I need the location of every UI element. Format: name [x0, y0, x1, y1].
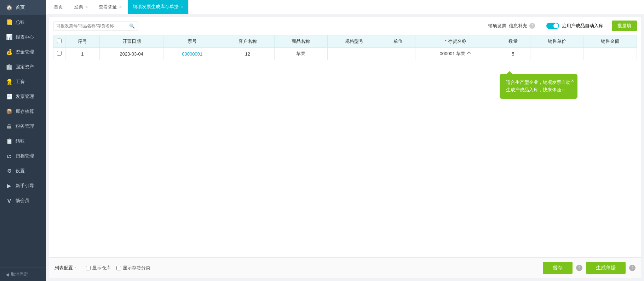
- sidebar-item-label: 固定资产: [16, 64, 34, 70]
- data-table: 序号 开票日期 票号 客户名称 商品名称 规格型号 单位 存货名称 数量 销售单…: [53, 35, 637, 60]
- row-inventory: 000001 苹果 个: [415, 48, 496, 60]
- row-seq: 1: [65, 48, 100, 60]
- table-container: 序号 开票日期 票号 客户名称 商品名称 规格型号 单位 存货名称 数量 销售单…: [49, 35, 641, 257]
- tooltip-bubble: × 适合生产型企业，销项发票自动生成产成品入库，快来体验～: [500, 74, 577, 99]
- guide-icon: ▶: [6, 183, 13, 189]
- tab-cancel-invoice[interactable]: 销项发票生成库存单据 ×: [128, 0, 189, 14]
- funds-icon: 💰: [6, 49, 13, 55]
- th-qty: 数量: [496, 35, 530, 48]
- bottom-actions: 暂存 ? 生成单据 ?: [543, 262, 636, 274]
- row-checkbox-cell: [53, 48, 65, 60]
- sidebar-item-report[interactable]: 📊 报表中心: [0, 30, 46, 45]
- sidebar-item-label: 总账: [16, 19, 25, 25]
- pin-label: 取消固定: [11, 271, 28, 277]
- show-warehouse-label[interactable]: 显示仓库: [86, 265, 111, 271]
- row-qty: 5: [496, 48, 530, 60]
- show-category-checkbox[interactable]: [116, 266, 121, 270]
- sidebar-item-fixed-assets[interactable]: 🏢 固定资产: [0, 59, 46, 74]
- tab-view-voucher-label: 查看凭证: [99, 4, 117, 10]
- toggle-label: 启用产成品自动入库: [562, 23, 603, 29]
- sidebar-item-funds[interactable]: 💰 资金管理: [0, 45, 46, 59]
- pin-toggle[interactable]: ◀ 取消固定: [0, 268, 46, 281]
- sidebar-item-label: 首页: [16, 4, 25, 11]
- sidebar-item-label: 库存核算: [16, 108, 34, 115]
- sidebar-item-label: 工资: [16, 79, 25, 85]
- row-unit-price: [530, 48, 583, 60]
- th-product: 商品名称: [274, 35, 328, 48]
- save-button[interactable]: 暂存: [543, 262, 573, 274]
- sidebar-item-labor[interactable]: 👷 工资: [0, 74, 46, 89]
- sidebar-item-label: 设置: [16, 168, 25, 174]
- generate-button[interactable]: 生成单据: [586, 262, 626, 274]
- sidebar-item-settle[interactable]: 📋 结账: [0, 134, 46, 149]
- invoice-link[interactable]: 00000001: [182, 51, 202, 57]
- show-warehouse-text: 显示仓库: [92, 265, 111, 271]
- search-icon[interactable]: 🔍: [129, 23, 135, 29]
- settle-icon: 📋: [6, 138, 13, 144]
- home-icon: 🏠: [6, 4, 13, 11]
- row-customer: 12: [221, 48, 275, 60]
- table-row: 1 2023-03-04 00000001 12 苹果 000001 苹果 个 …: [53, 48, 637, 60]
- ledger-icon: 📒: [6, 19, 13, 25]
- th-customer: 客户名称: [221, 35, 275, 48]
- sidebar-item-tax[interactable]: 🏛 税务管理: [0, 119, 46, 134]
- fixed-assets-icon: 🏢: [6, 64, 13, 70]
- tax-icon: 🏛: [6, 124, 13, 130]
- row-product: 苹果: [274, 48, 328, 60]
- sidebar-item-ledger[interactable]: 📒 总账: [0, 15, 46, 30]
- sidebar-item-guide[interactable]: ▶ 新手引导: [0, 178, 46, 193]
- invoice-mgmt-icon: 🧾: [6, 93, 13, 100]
- row-amount: [583, 48, 637, 60]
- labor-icon: 👷: [6, 79, 13, 85]
- select-all-checkbox[interactable]: [57, 39, 62, 43]
- search-input[interactable]: [56, 23, 127, 28]
- sidebar-item-inventory[interactable]: 📦 库存核算: [0, 104, 46, 119]
- batch-fill-button[interactable]: 批量填: [612, 21, 637, 31]
- main-content-wrapper: 序号 开票日期 票号 客户名称 商品名称 规格型号 单位 存货名称 数量 销售单…: [49, 35, 641, 257]
- sidebar-item-home[interactable]: 🏠 首页: [0, 0, 46, 15]
- row-spec: [328, 48, 381, 60]
- sidebar-item-label: 归档管理: [16, 153, 34, 159]
- tab-invoice[interactable]: 发票 ×: [69, 0, 93, 14]
- info-help-icon[interactable]: ?: [529, 23, 535, 29]
- th-date: 开票日期: [99, 35, 163, 48]
- info-label: 销项发票_信息补充: [488, 23, 527, 29]
- bottom-bar: 列表配置： 显示仓库 显示存货分类 暂存 ? 生成单据 ?: [49, 257, 641, 278]
- tab-view-voucher-close[interactable]: ×: [119, 5, 122, 10]
- show-warehouse-checkbox[interactable]: [86, 266, 91, 270]
- tab-cancel-invoice-close[interactable]: ×: [181, 4, 183, 9]
- auto-warehouse-toggle[interactable]: [546, 23, 559, 29]
- save-help-icon[interactable]: ?: [576, 265, 582, 271]
- info-section: 销项发票_信息补充 ?: [488, 23, 535, 29]
- toolbar: 🔍 销项发票_信息补充 ? 启用产成品自动入库 批量填: [49, 17, 641, 35]
- generate-help-icon[interactable]: ?: [629, 265, 636, 271]
- tab-home-label: 首页: [54, 4, 63, 10]
- sidebar-item-label: 报表中心: [16, 34, 34, 40]
- th-no: 票号: [163, 35, 221, 48]
- sidebar-item-invoice-mgmt[interactable]: 🧾 发票管理: [0, 89, 46, 104]
- tab-view-voucher[interactable]: 查看凭证 ×: [94, 0, 127, 14]
- tab-invoice-label: 发票: [74, 4, 83, 10]
- inventory-icon: 📦: [6, 108, 13, 115]
- tab-bar: 首页 发票 × 查看凭证 × 销项发票生成库存单据 ×: [46, 0, 644, 14]
- sidebar-item-archive[interactable]: 🗂 归档管理: [0, 149, 46, 164]
- sidebar-item-label: 结账: [16, 138, 25, 144]
- tab-invoice-close[interactable]: ×: [85, 5, 88, 10]
- page-content: 🔍 销项发票_信息补充 ? 启用产成品自动入库 批量填: [49, 17, 641, 278]
- sidebar-item-vip[interactable]: V 畅会员: [0, 193, 46, 208]
- sidebar-item-label: 畅会员: [16, 197, 29, 204]
- search-box[interactable]: 🔍: [53, 22, 138, 30]
- toggle-section: 启用产成品自动入库: [546, 23, 603, 29]
- sidebar-item-label: 发票管理: [16, 93, 34, 100]
- sidebar-item-label: 新手引导: [16, 183, 34, 189]
- sidebar-item-label: 税务管理: [16, 123, 34, 130]
- th-seq: 序号: [65, 35, 100, 48]
- tooltip-close-button[interactable]: ×: [571, 77, 574, 85]
- list-config-label: 列表配置：: [54, 265, 77, 271]
- tab-home[interactable]: 首页: [49, 0, 68, 14]
- sidebar-item-settings[interactable]: ⚙ 设置: [0, 164, 46, 178]
- th-unit-price: 销售单价: [530, 35, 583, 48]
- settings-icon: ⚙: [6, 168, 13, 174]
- row-checkbox[interactable]: [57, 51, 62, 56]
- show-category-label[interactable]: 显示存货分类: [116, 265, 150, 271]
